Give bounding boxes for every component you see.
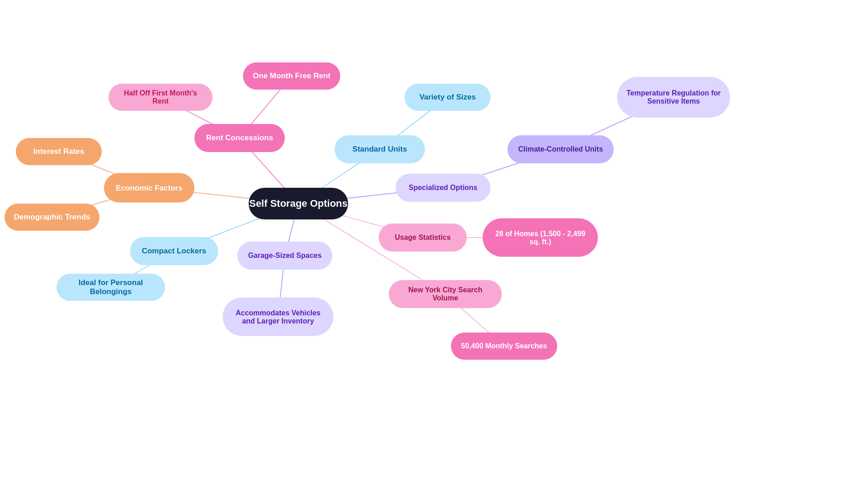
standard-units-node[interactable]: Standard Units [335, 135, 425, 163]
economic-factors-node[interactable]: Economic Factors [104, 173, 194, 203]
monthly-searches-node[interactable]: 50,400 Monthly Searches [451, 333, 557, 360]
climate-controlled-node[interactable]: Climate-Controlled Units [508, 135, 614, 163]
accommodates-vehicles-node[interactable]: Accommodates Vehicles and Larger Invento… [223, 298, 334, 336]
usage-statistics-node[interactable]: Usage Statistics [379, 224, 467, 252]
variety-of-sizes-node[interactable]: Variety of Sizes [405, 84, 491, 111]
center-node[interactable]: Self Storage Options [249, 188, 348, 219]
interest-rates-node[interactable]: Interest Rates [16, 138, 102, 165]
ideal-personal-node[interactable]: Ideal for Personal Belongings [57, 274, 165, 301]
one-month-free-node[interactable]: One Month Free Rent [243, 62, 340, 90]
specialized-options-node[interactable]: Specialized Options [396, 174, 491, 202]
half-off-node[interactable]: Half Off First Month's Rent [108, 84, 212, 111]
mindmap-container: Self Storage OptionsEconomic FactorsInte… [0, 0, 868, 490]
rent-concessions-node[interactable]: Rent Concessions [194, 124, 285, 152]
garage-sized-node[interactable]: Garage-Sized Spaces [237, 242, 332, 270]
28-homes-node[interactable]: 28 of Homes (1,500 - 2,499 sq. ft.) [483, 219, 598, 257]
nyc-search-node[interactable]: New York City Search Volume [389, 280, 502, 308]
compact-lockers-node[interactable]: Compact Lockers [130, 237, 218, 265]
demographic-trends-node[interactable]: Demographic Trends [5, 204, 99, 231]
temperature-regulation-node[interactable]: Temperature Regulation for Sensitive Ite… [617, 77, 730, 118]
